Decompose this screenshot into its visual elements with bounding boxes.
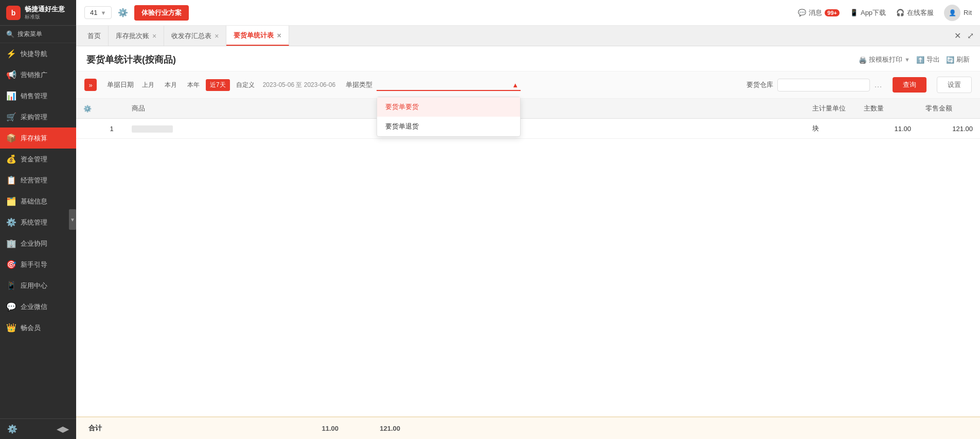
enterprise-icon: 🏢 — [6, 239, 16, 248]
chevron-down-icon: ▼ — [100, 10, 106, 16]
sales-icon: 📊 — [6, 91, 16, 101]
page-area: 要货单统计表(按商品) 🖨️ 按模板打印 ▼ ⬆️ 导出 🔄 刷新 — [76, 46, 980, 439]
export-icon: ⬆️ — [916, 56, 924, 64]
basic-icon: 🗂️ — [6, 196, 16, 206]
tab-close-recv-summary[interactable]: × — [215, 32, 219, 40]
header-left: 41 ▼ ⚙️ 体验行业方案 — [84, 5, 189, 21]
main-content: 41 ▼ ⚙️ 体验行业方案 💬 消息 99+ 📱 App下载 🎧 在线客服 — [76, 0, 980, 439]
sidebar-item-quick-nav[interactable]: ⚡ 快捷导航 — [0, 43, 76, 64]
marketing-icon: 📢 — [6, 70, 16, 80]
sidebar-item-marketing[interactable]: 📢 营销推广 — [0, 64, 76, 85]
type-arrow-icon[interactable]: ▲ — [512, 81, 519, 89]
quick-nav-icon: ⚡ — [6, 49, 16, 59]
tab-close-inventory-batch[interactable]: × — [152, 32, 156, 40]
footer-label: 合计 — [83, 424, 233, 433]
tab-bar: 首页 库存批次账 × 收发存汇总表 × 要货单统计表 × ✕ ⤢ — [76, 26, 980, 46]
sidebar-nav: ⚡ 快捷导航 📢 营销推广 📊 销售管理 🛒 采购管理 📦 库存核算 💰 资金管… — [0, 43, 76, 418]
dropdown-item-order-return[interactable]: 要货单退货 — [377, 117, 520, 136]
col-header-no — [99, 99, 124, 119]
set-button[interactable]: 设置 — [937, 77, 972, 93]
this-year-btn[interactable]: 本年 — [183, 79, 204, 91]
user-info[interactable]: 👤 Rit — [944, 5, 972, 21]
sidebar-item-wechat[interactable]: 💬 企业微信 — [0, 296, 76, 317]
sidebar-item-label-purchase: 采购管理 — [21, 113, 47, 122]
inventory-icon: 📦 — [6, 133, 16, 143]
type-filter-label: 单据类型 — [346, 80, 372, 89]
cell-amount: 121.00 — [918, 119, 980, 139]
query-button[interactable]: 查询 — [893, 77, 926, 93]
sidebar-item-label-apps: 应用中心 — [21, 281, 47, 290]
user-name: Rit — [964, 9, 972, 16]
col-header-amount: 零售金额 — [918, 99, 980, 119]
dropdown-item-order-goods[interactable]: 要货单要货 — [377, 97, 520, 117]
warehouse-filter-label: 要货仓库 — [746, 80, 773, 89]
last7days-btn[interactable]: 近7天 — [206, 79, 230, 91]
messages-action[interactable]: 💬 消息 99+ — [798, 8, 840, 17]
this-month-btn[interactable]: 本月 — [161, 79, 181, 91]
sidebar-item-purchase[interactable]: 🛒 采购管理 — [0, 106, 76, 127]
cell-qty: 11.00 — [857, 119, 918, 139]
logo-text: 畅捷通好生意 标准版 — [25, 5, 65, 21]
tab-close-order-stats[interactable]: × — [277, 31, 281, 40]
sidebar-item-finance[interactable]: 💰 资金管理 — [0, 149, 76, 170]
sidebar-item-members[interactable]: 👑 畅会员 — [0, 317, 76, 338]
page-title: 要货单统计表(按商品) — [86, 53, 176, 66]
sidebar-item-guide[interactable]: 🎯 新手引导 — [0, 254, 76, 275]
header-settings-icon[interactable]: ⚙️ — [118, 8, 128, 17]
tab-home[interactable]: 首页 — [80, 26, 109, 46]
tab-recv-summary[interactable]: 收发存汇总表 × — [164, 26, 226, 46]
custom-btn[interactable]: 自定义 — [232, 79, 259, 91]
settings-icon[interactable]: ⚙️ — [7, 424, 17, 434]
type-dropdown-menu: 要货单要货 要货单退货 — [377, 97, 521, 137]
members-icon: 👑 — [6, 323, 16, 333]
table-footer: 合计 11.00 121.00 — [76, 416, 980, 439]
phone-icon: 📱 — [850, 9, 858, 16]
print-button[interactable]: 🖨️ 按模板打印 ▼ — [859, 55, 910, 64]
page-header: 要货单统计表(按商品) 🖨️ 按模板打印 ▼ ⬆️ 导出 🔄 刷新 — [76, 46, 980, 71]
table-settings-icon[interactable]: ⚙️ — [83, 105, 92, 113]
product-placeholder — [132, 125, 173, 133]
operations-icon: 📋 — [6, 175, 16, 185]
filter-toggle-button[interactable]: » — [84, 79, 97, 91]
search-menu[interactable]: 🔍 搜索菜单 — [0, 26, 76, 43]
tab-inventory-batch[interactable]: 库存批次账 × — [109, 26, 164, 46]
sidebar-item-apps[interactable]: 📱 应用中心 — [0, 275, 76, 296]
refresh-icon: 🔄 — [946, 56, 954, 64]
tab-order-stats[interactable]: 要货单统计表 × — [226, 26, 289, 46]
sidebar-item-enterprise[interactable]: 🏢 企业协同 — [0, 233, 76, 254]
sidebar-item-inventory[interactable]: 📦 库存核算 — [0, 127, 76, 149]
sidebar-item-system[interactable]: ⚙️ 系统管理 — [0, 212, 76, 233]
tab-close-all-icon[interactable]: ✕ — [952, 29, 963, 43]
table-area: ⚙️ 商品 主计量单位 主数量 零售金额 1 — [76, 99, 980, 416]
tab-expand-icon[interactable]: ⤢ — [965, 29, 976, 43]
type-input[interactable] — [377, 79, 521, 91]
sidebar-item-label-finance: 资金管理 — [21, 155, 47, 164]
warehouse-more-icon[interactable]: … — [874, 80, 882, 89]
header-right: 💬 消息 99+ 📱 App下载 🎧 在线客服 👤 Rit — [798, 5, 972, 21]
store-selector[interactable]: 41 ▼ — [84, 6, 112, 19]
refresh-button[interactable]: 🔄 刷新 — [946, 55, 970, 64]
export-button[interactable]: ⬆️ 导出 — [916, 55, 940, 64]
col-header-settings[interactable]: ⚙️ — [76, 99, 99, 119]
cell-unit: 块 — [805, 119, 857, 139]
system-icon: ⚙️ — [6, 217, 16, 227]
sidebar-item-label-quick-nav: 快捷导航 — [21, 49, 47, 59]
page-header-actions: 🖨️ 按模板打印 ▼ ⬆️ 导出 🔄 刷新 — [859, 55, 970, 64]
sidebar-item-label-operations: 经营管理 — [21, 176, 47, 185]
app-download-action[interactable]: 📱 App下载 — [850, 8, 886, 17]
sidebar-scroll[interactable]: ▼ — [69, 209, 76, 230]
trial-button[interactable]: 体验行业方案 — [134, 5, 189, 21]
purchase-icon: 🛒 — [6, 112, 16, 122]
warehouse-input[interactable] — [777, 79, 870, 92]
sidebar-item-label-inventory: 库存核算 — [21, 134, 47, 143]
sidebar-item-operations[interactable]: 📋 经营管理 — [0, 170, 76, 191]
tab-bar-actions: ✕ ⤢ — [952, 26, 976, 46]
footer-amount: 121.00 — [346, 425, 407, 432]
prev-month-btn[interactable]: 上月 — [138, 79, 158, 91]
sidebar-item-basic[interactable]: 🗂️ 基础信息 — [0, 191, 76, 212]
sidebar-item-sales[interactable]: 📊 销售管理 — [0, 85, 76, 106]
type-filter-group: 单据类型 ▲ 要货单要货 要货单退货 — [346, 79, 521, 91]
sidebar-item-label-marketing: 营销推广 — [21, 70, 47, 80]
online-service-action[interactable]: 🎧 在线客服 — [896, 8, 934, 17]
collapse-icon[interactable]: ◀▶ — [57, 424, 69, 434]
